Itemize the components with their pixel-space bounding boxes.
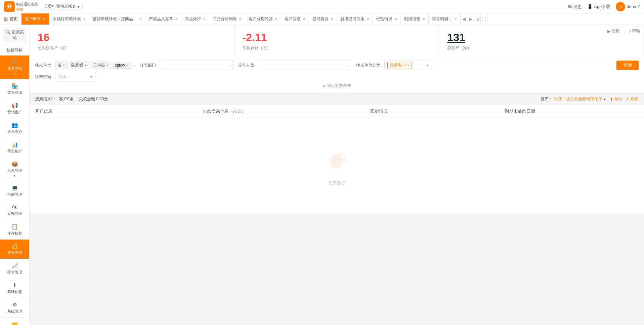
video-help-area: ▶ 视频 | ? 帮助 xyxy=(607,28,640,34)
sidebar-item-wholesale[interactable]: 📦 批发管理 ▾ xyxy=(0,157,29,181)
sidebar-item-retail-mall[interactable]: 🏪 零售商城 xyxy=(0,79,29,99)
info-icon: ℹ xyxy=(14,282,16,288)
close-icon[interactable]: ✕ xyxy=(275,17,277,21)
col-header-customer: 客户信息 xyxy=(35,108,203,114)
filter-tag-wu: 伍 ✕ xyxy=(55,62,68,69)
tab-goods-analysis[interactable]: 商品分析 ✕ xyxy=(181,13,209,25)
close-icon[interactable]: ✕ xyxy=(367,17,369,21)
video-btn[interactable]: ▶ 视频 xyxy=(607,28,619,34)
sidebar-item-basic-info[interactable]: ℹ 基础信息 xyxy=(0,279,29,298)
top-bar-left: 好 畅捷通好生意 标版 母婴行业演示帐套 ▾ xyxy=(4,1,83,12)
chevron-icon: ▾ xyxy=(14,72,15,76)
tab-customer-contact[interactable]: 客户联络 ✕ xyxy=(281,13,309,25)
close-icon[interactable]: ✕ xyxy=(422,17,425,21)
tag-close-chen[interactable]: ✕ xyxy=(84,64,87,67)
amount-select[interactable]: 选择... ▾ xyxy=(55,72,95,81)
chevron-down-icon: ▾ xyxy=(90,74,92,79)
data-table: 客户信息 欠款交易信息（占比） 回款情况 到期未放款日期 暂 xyxy=(30,105,644,213)
tab-goods-stat[interactable]: 进货单统计表（按商品） ✕ xyxy=(89,13,145,25)
stat-icon: 📊 xyxy=(11,141,18,148)
sidebar-item-system[interactable]: ⚙ 系统管理 xyxy=(0,298,29,318)
sidebar-item-member[interactable]: 👥 会员中心 xyxy=(0,118,29,138)
staff-label: 分管人员 xyxy=(238,63,254,68)
tab-purchase-order[interactable]: 采购订单统计表 ✕ xyxy=(49,13,89,25)
close-icon[interactable]: ✕ xyxy=(303,17,305,21)
tag-close-wu[interactable]: ✕ xyxy=(62,64,65,67)
filter-row-2: 往来余额 选择... ▾ xyxy=(35,72,639,81)
sidebar-item-retail-stat[interactable]: 📊 零售统计 xyxy=(0,138,29,157)
sort-select[interactable]: 排序： 排序：按欠款金额倒序排序 ▾ xyxy=(541,96,606,102)
sidebar-item-finance[interactable]: 💰 资金管理 xyxy=(0,240,29,259)
collab-icon: 🤝 xyxy=(11,321,18,325)
filter-tag-cjttcw: cjttcw ✕ xyxy=(113,62,131,69)
close-icon[interactable]: ✕ xyxy=(454,17,457,21)
user-area[interactable]: d demo2 xyxy=(616,2,640,11)
nav-expand-arrow[interactable]: ⊡ xyxy=(474,13,481,25)
staff-expand-icon: ··· xyxy=(346,63,349,68)
tab-retail-profit[interactable]: 零售利润（ ✕ xyxy=(429,13,461,25)
nav-fullscreen-btn[interactable]: ⛶ xyxy=(481,13,487,25)
amount-label: 往来余额 xyxy=(35,74,51,80)
system-icon: ⚙ xyxy=(12,301,17,308)
unit-label: 往来单位 xyxy=(35,63,51,68)
purchase-icon: 🛍 xyxy=(12,204,17,210)
col-header-repay: 回款情况 xyxy=(370,108,504,114)
message-btn[interactable]: ✉ 消息 xyxy=(568,4,582,10)
tab-goods-analysis-list[interactable]: 商品分析列表 ✕ xyxy=(209,13,245,25)
logo-text: 畅捷通好生意 标版 xyxy=(16,2,38,11)
nav-prev-arrow[interactable]: ◀ xyxy=(461,13,467,25)
tab-customer-tier[interactable]: 客户分层经营 ✕ xyxy=(245,13,281,25)
tab-business-situation[interactable]: 经营情况 ✕ xyxy=(373,13,401,25)
refresh-icon: ↻ xyxy=(626,97,630,102)
unit-category-select[interactable]: 普通客户 ✕ ▾ xyxy=(384,61,431,70)
filter-row-1: 往来单位 伍 ✕ 陈民强 ✕ 王小亮 ✕ cjttcw xyxy=(35,61,639,70)
close-icon[interactable]: ✕ xyxy=(394,17,397,21)
query-button[interactable]: 查询 xyxy=(616,61,639,70)
tag-close-cjttcw[interactable]: ✕ xyxy=(126,64,129,67)
sidebar-item-collab[interactable]: 🤝 企业协同 xyxy=(0,318,29,325)
close-icon[interactable]: ✕ xyxy=(43,17,46,21)
account-selector[interactable]: 母婴行业演示帐套 ▾ xyxy=(41,3,83,10)
tab-profit-report[interactable]: 利润报告 ✕ xyxy=(401,13,429,25)
tab-customer-ledger[interactable]: 客户账本 ✕ xyxy=(22,13,49,25)
tab-product-in[interactable]: 产成品入库单 ✕ xyxy=(145,13,181,25)
help-btn[interactable]: ? 帮助 xyxy=(629,28,640,34)
sidebar-item-ecommerce[interactable]: 💻 电商管理 xyxy=(0,181,29,201)
toolbar-left: 搜索结果中，客户0家 欠款金额 0.00元 xyxy=(35,96,108,102)
sidebar-item-marketing[interactable]: 📢 营销推广 xyxy=(0,99,29,118)
sidebar-item-business-mgmt[interactable]: 📈 经营管理 xyxy=(0,259,29,279)
close-icon[interactable]: ✕ xyxy=(139,17,142,21)
close-icon[interactable]: ✕ xyxy=(203,17,206,21)
category-tag-close[interactable]: ✕ xyxy=(407,64,410,67)
collapse-btn[interactable]: ∧ 收起更多条件 xyxy=(35,81,639,90)
sidebar-item-retail-mgmt[interactable]: 🛒 零售管理 ▾ xyxy=(0,56,29,79)
sidebar-item-quick-nav[interactable]: 零售管理 快捷导航 xyxy=(0,45,29,56)
dept-select[interactable]: ··· xyxy=(160,61,234,70)
tab-commission-setting[interactable]: 提成设置 ✕ xyxy=(309,13,337,25)
close-icon[interactable]: ✕ xyxy=(239,17,242,21)
sidebar-item-inventory[interactable]: 📋 库存核算 xyxy=(0,220,29,240)
close-icon[interactable]: ✕ xyxy=(331,17,333,21)
close-icon[interactable]: ✕ xyxy=(83,17,86,21)
nav-next-arrow[interactable]: ▶ xyxy=(467,13,474,25)
filter-tag-wang: 王小亮 ✕ xyxy=(91,62,111,69)
help-icon: ? xyxy=(629,29,631,34)
sidebar: 🔍 搜索菜单 零售管理 快捷导航 🛒 零售管理 ▾ 🏪 零售商城 📢 营销推广 … xyxy=(0,25,30,325)
app-download-btn[interactable]: 📱 App下载 xyxy=(587,4,610,10)
col-header-date: 到期未放款日期 xyxy=(505,108,639,114)
refresh-btn[interactable]: ↻ 刷新 xyxy=(626,96,639,102)
sidebar-item-purchase[interactable]: 🛍 采购管理 xyxy=(0,201,29,220)
tag-close-wang[interactable]: ✕ xyxy=(106,64,109,67)
filter-area: 往来单位 伍 ✕ 陈民强 ✕ 王小亮 ✕ cjttcw xyxy=(30,57,644,94)
tab-add-commission[interactable]: 新增提成方案 ✕ xyxy=(337,13,373,25)
export-btn[interactable]: ⬆ 导出 xyxy=(610,96,622,102)
table-header: 客户信息 欠款交易信息（占比） 回款情况 到期未放款日期 xyxy=(30,105,644,118)
tab-home[interactable]: 🏠 首页 xyxy=(0,13,22,25)
filter-more-btn[interactable]: ··· xyxy=(132,63,136,68)
empty-state: 暂无数据 xyxy=(30,118,644,213)
toolbar-right: 排序： 排序：按欠款金额倒序排序 ▾ ⬆ 导出 ↻ 刷新 xyxy=(541,96,639,102)
search-menu-btn[interactable]: 🔍 搜索菜单 xyxy=(3,28,27,42)
inventory-icon: 📋 xyxy=(11,223,18,230)
close-icon[interactable]: ✕ xyxy=(175,17,178,21)
staff-select[interactable]: ··· xyxy=(258,61,352,70)
